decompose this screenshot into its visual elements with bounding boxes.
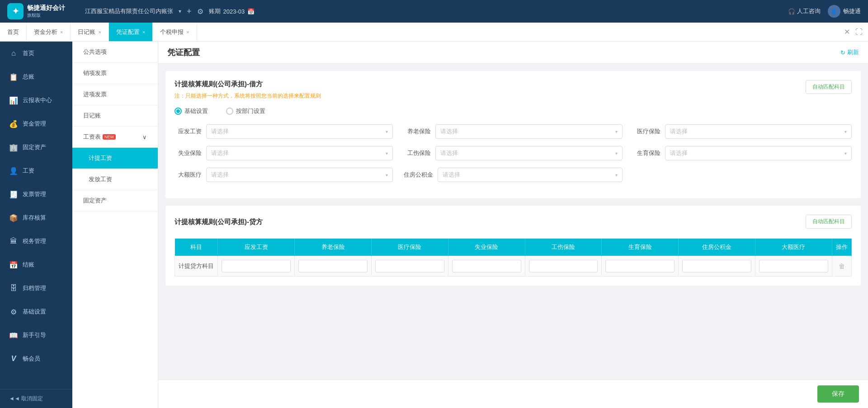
company-dropdown-icon[interactable]: ▾ (179, 8, 181, 14)
sidebar-item-archive[interactable]: 🗄 归档管理 (0, 277, 72, 300)
app-name: 畅捷通好会计 (27, 4, 65, 12)
tab-fund-close[interactable]: × (60, 29, 63, 35)
gongshang-arrow: ▾ (615, 151, 618, 156)
sub-nav-calc-payroll[interactable]: 计提工资 (72, 148, 158, 169)
tab-tax-close[interactable]: × (186, 29, 189, 35)
sidebar-item-reports[interactable]: 📊 云报表中心 (0, 89, 72, 112)
shiye-select[interactable]: 请选择 ▾ (206, 146, 393, 160)
input-credit-shiye[interactable] (452, 260, 521, 272)
section1-title: 计提核算规则(公司承担)-借方 (175, 80, 321, 89)
sidebar-item-fund[interactable]: 💰 资金管理 (0, 112, 72, 136)
field-dae: 大额医疗 请选择 ▾ (175, 168, 393, 182)
sidebar-item-invoice[interactable]: 🧾 发票管理 (0, 183, 72, 206)
payroll-icon: 👤 (9, 167, 18, 175)
auto-match-credit-button[interactable]: 自动匹配科目 (806, 215, 852, 229)
sidebar-item-member-label: 畅会员 (23, 355, 40, 363)
sidebar-item-basic[interactable]: ⚙ 基础设置 (0, 300, 72, 324)
user-area[interactable]: 👤 畅捷通 (828, 5, 861, 18)
input-credit-gongshang[interactable] (529, 260, 598, 272)
sidebar-item-fixed-assets[interactable]: 🏢 固定资产 (0, 136, 72, 159)
sidebar-item-closing[interactable]: 📅 结账 (0, 253, 72, 277)
sidebar: ⌂ 首页 📋 总账 📊 云报表中心 💰 资金管理 🏢 固定资产 👤 工资 🧾 发… (0, 42, 72, 408)
input-credit-shengyu[interactable] (605, 260, 675, 272)
zhufang-select[interactable]: 请选择 ▾ (438, 168, 622, 182)
shengyu-select[interactable]: 请选择 ▾ (665, 146, 852, 160)
tab-voucher[interactable]: 凭证配置 × (109, 23, 153, 41)
tab-journal-close[interactable]: × (98, 29, 101, 35)
refresh-icon: ↻ (840, 49, 845, 56)
cancel-fixed-button[interactable]: ◄◄ 取消固定 (0, 389, 72, 408)
section2-header: 计提核算规则(公司承担)-贷方 自动匹配科目 (175, 215, 852, 233)
tab-journal[interactable]: 日记账 × (71, 23, 108, 41)
sidebar-item-reports-label: 云报表中心 (23, 96, 52, 104)
gongshang-select[interactable]: 请选择 ▾ (435, 146, 622, 160)
refresh-label: 刷新 (847, 48, 859, 56)
avatar: 👤 (828, 5, 840, 18)
auto-match-debit-label: 自动匹配科目 (812, 84, 845, 90)
sidebar-item-tax[interactable]: 🏛 税务管理 (0, 230, 72, 253)
sub-nav-payroll-header[interactable]: 工资表 NEW ∨ (72, 127, 158, 148)
input-credit-zhufang[interactable] (682, 260, 751, 272)
tab-home-label: 首页 (7, 28, 19, 36)
tab-tax[interactable]: 个税申报 × (153, 23, 197, 41)
sub-nav-payroll-group: 工资表 NEW ∨ 计提工资 发放工资 (72, 127, 158, 190)
sidebar-item-guide[interactable]: 📖 新手引导 (0, 324, 72, 347)
gongshang-label: 工伤保险 (404, 149, 431, 157)
dae-placeholder: 请选择 (211, 171, 229, 179)
tax-icon: 🏛 (9, 237, 18, 245)
sidebar-item-member[interactable]: V 畅会员 (0, 347, 72, 370)
radio-basic-circle (175, 108, 182, 115)
th-yiliao: 医疗保险 (372, 239, 448, 256)
input-credit-yingfa[interactable] (222, 260, 291, 272)
radio-basic-label: 基础设置 (184, 107, 208, 115)
dae-arrow: ▾ (386, 173, 388, 178)
add-tab-button[interactable]: + (187, 7, 192, 16)
shiye-placeholder: 请选择 (211, 149, 229, 157)
input-credit-yiliao[interactable] (375, 260, 444, 272)
service-button[interactable]: 🎧 人工咨询 (788, 7, 821, 15)
tab-fund[interactable]: 资金分析 × (27, 23, 71, 41)
sub-nav-sales-label: 销项发票 (83, 70, 107, 76)
radio-dept-label: 按部门设置 (236, 107, 265, 115)
main-layout: ⌂ 首页 📋 总账 📊 云报表中心 💰 资金管理 🏢 固定资产 👤 工资 🧾 发… (0, 42, 868, 408)
logo-area: ✦ 畅捷通好会计 旗舰版 (7, 3, 80, 19)
tab-home[interactable]: 首页 (0, 23, 27, 41)
sidebar-bottom: ◄◄ 取消固定 (0, 389, 72, 408)
sidebar-item-ledger[interactable]: 📋 总账 (0, 65, 72, 89)
radio-basic[interactable]: 基础设置 (175, 107, 208, 115)
tab-fund-label: 资金分析 (34, 28, 57, 36)
settings-icon[interactable]: ⚙ (197, 7, 203, 16)
yiliao-select[interactable]: 请选择 ▾ (665, 124, 852, 139)
input-credit-yanglao[interactable] (298, 260, 368, 272)
sub-nav-pay-payroll[interactable]: 发放工资 (72, 169, 158, 190)
close-tab-button[interactable]: ✕ (844, 28, 850, 36)
cell-dae (755, 256, 832, 277)
dae-select[interactable]: 请选择 ▾ (206, 168, 393, 182)
sub-nav-public[interactable]: 公共选项 (72, 42, 158, 63)
sidebar-item-payroll[interactable]: 👤 工资 (0, 159, 72, 183)
yanglao-select[interactable]: 请选择 ▾ (435, 124, 622, 139)
auto-match-debit-button[interactable]: 自动匹配科目 (806, 80, 852, 94)
tab-voucher-close[interactable]: × (142, 29, 145, 35)
sidebar-item-home[interactable]: ⌂ 首页 (0, 42, 72, 65)
home-icon: ⌂ (9, 49, 18, 57)
radio-dept[interactable]: 按部门设置 (226, 107, 265, 115)
refresh-button[interactable]: ↻ 刷新 (840, 48, 859, 56)
sidebar-item-fixed-assets-label: 固定资产 (23, 143, 46, 151)
sub-nav-purchase[interactable]: 进项发票 (72, 84, 158, 105)
member-icon: V (9, 355, 18, 363)
expand-tab-button[interactable]: ⛶ (855, 28, 863, 36)
yingfa-select[interactable]: 请选择 ▾ (206, 124, 393, 139)
delete-row-button[interactable]: 🗑 (839, 263, 845, 270)
calc-payroll-label: 计提工资 (89, 155, 112, 161)
sub-nav-payroll-label: 工资表 (83, 133, 101, 141)
save-button[interactable]: 保存 (817, 385, 859, 403)
sub-nav-sales[interactable]: 销项发票 (72, 63, 158, 84)
input-credit-dae[interactable] (759, 260, 828, 272)
sub-nav-journal[interactable]: 日记账 (72, 105, 158, 127)
calendar-icon[interactable]: 📅 (247, 8, 255, 15)
fund-icon: 💰 (9, 120, 18, 128)
sidebar-item-inventory[interactable]: 📦 库存核算 (0, 206, 72, 230)
inventory-icon: 📦 (9, 214, 18, 222)
sub-nav-fixed-assets[interactable]: 固定资产 (72, 190, 158, 211)
